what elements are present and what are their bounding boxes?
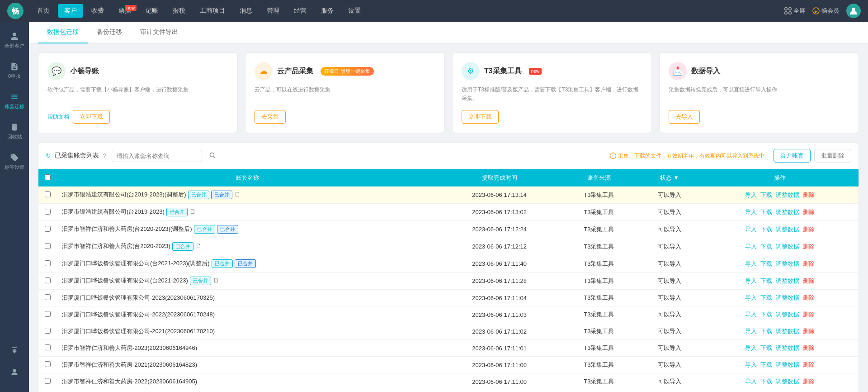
action-删除[interactable]: 删除 [803, 344, 815, 351]
nav-item-client[interactable]: 客户 [58, 4, 83, 18]
row-checkbox[interactable] [45, 209, 51, 215]
file-icon[interactable]: 🗋 [189, 208, 196, 215]
nav-item-home[interactable]: 首页 [31, 4, 56, 18]
row-checkbox[interactable] [45, 294, 51, 300]
action-导入[interactable]: 导入 [745, 311, 757, 318]
action-下载[interactable]: 下载 [760, 260, 772, 267]
action-导入[interactable]: 导入 [745, 277, 757, 284]
nav-item-tax[interactable]: 报税 [166, 4, 192, 18]
action-删除[interactable]: 删除 [803, 328, 815, 335]
action-下载[interactable]: 下载 [760, 277, 772, 284]
go-collect-button[interactable]: 去采集 [255, 110, 286, 124]
file-icon[interactable]: 🗋 [234, 191, 241, 198]
action-导入[interactable]: 导入 [745, 344, 757, 351]
nav-item-operation[interactable]: 经营 [288, 4, 313, 18]
action-导入[interactable]: 导入 [745, 191, 757, 198]
action-删除[interactable]: 删除 [803, 226, 815, 233]
help-doc-link[interactable]: 帮助文档 [47, 113, 69, 121]
download-now-button-t3[interactable]: 立即下载 [462, 110, 499, 124]
row-checkbox[interactable] [45, 344, 51, 350]
action-删除[interactable]: 删除 [803, 311, 815, 318]
action-调整数据[interactable]: 调整数据 [776, 361, 799, 368]
action-下载[interactable]: 下载 [760, 328, 772, 335]
action-下载[interactable]: 下载 [760, 294, 772, 301]
search-input[interactable] [112, 150, 202, 162]
action-调整数据[interactable]: 调整数据 [776, 191, 799, 198]
action-调整数据[interactable]: 调整数据 [776, 294, 799, 301]
action-调整数据[interactable]: 调整数据 [776, 226, 799, 233]
action-导入[interactable]: 导入 [745, 361, 757, 368]
batch-delete-button[interactable]: 批量删除 [814, 149, 851, 163]
sidebar-item-tag-settings[interactable]: 标签设置 [2, 148, 27, 175]
action-删除[interactable]: 删除 [803, 361, 815, 368]
row-checkbox[interactable] [45, 378, 51, 384]
action-下载[interactable]: 下载 [760, 191, 772, 198]
sidebar-item-all-clients[interactable]: 全部客户 [2, 27, 27, 54]
table-header-status[interactable]: 状态 ▼ [637, 169, 702, 186]
row-checkbox[interactable] [45, 260, 51, 266]
action-导入[interactable]: 导入 [745, 328, 757, 335]
action-删除[interactable]: 删除 [803, 277, 815, 284]
download-now-button-xiaochang[interactable]: 立即下载 [73, 110, 110, 124]
sidebar-item-account-transfer[interactable]: 账套迁移 [2, 88, 27, 115]
file-icon[interactable]: 🗋 [195, 242, 202, 249]
search-button[interactable] [208, 150, 217, 162]
user-avatar[interactable] [846, 4, 861, 18]
sidebar-item-download[interactable] [2, 341, 27, 359]
action-导入[interactable]: 导入 [745, 226, 757, 233]
action-调整数据[interactable]: 调整数据 [776, 344, 799, 351]
app-logo[interactable]: 畅 [7, 3, 24, 19]
sidebar-item-profile[interactable] [2, 363, 27, 381]
action-下载[interactable]: 下载 [760, 378, 772, 385]
action-导入[interactable]: 导入 [745, 243, 757, 250]
action-调整数据[interactable]: 调整数据 [776, 311, 799, 318]
action-删除[interactable]: 删除 [803, 243, 815, 250]
action-调整数据[interactable]: 调整数据 [776, 260, 799, 267]
file-icon[interactable]: 🗋 [213, 277, 219, 284]
action-下载[interactable]: 下载 [760, 209, 772, 215]
nav-item-manage[interactable]: 管理 [260, 4, 286, 18]
row-checkbox[interactable] [45, 243, 51, 249]
action-调整数据[interactable]: 调整数据 [776, 209, 799, 215]
row-checkbox[interactable] [45, 226, 51, 232]
row-checkbox[interactable] [45, 311, 51, 317]
vip-button[interactable]: ▶ 畅会员 [812, 7, 839, 15]
action-下载[interactable]: 下载 [760, 344, 772, 351]
row-checkbox[interactable] [45, 277, 51, 283]
select-all-checkbox[interactable] [45, 174, 51, 180]
action-导入[interactable]: 导入 [745, 209, 757, 215]
nav-item-setting[interactable]: 设置 [342, 4, 367, 18]
row-checkbox[interactable] [45, 191, 51, 197]
action-调整数据[interactable]: 调整数据 [776, 378, 799, 385]
action-调整数据[interactable]: 调整数据 [776, 277, 799, 284]
action-下载[interactable]: 下载 [760, 311, 772, 318]
action-删除[interactable]: 删除 [803, 294, 815, 301]
action-删除[interactable]: 删除 [803, 260, 815, 267]
action-下载[interactable]: 下载 [760, 243, 772, 250]
action-删除[interactable]: 删除 [803, 191, 815, 198]
help-icon[interactable]: ? [103, 152, 106, 159]
action-导入[interactable]: 导入 [745, 260, 757, 267]
sidebar-item-zero-report[interactable]: 0申报 [2, 57, 27, 84]
go-import-button[interactable]: 去导入 [669, 110, 700, 124]
row-checkbox[interactable] [45, 328, 51, 334]
sidebar-item-recycle[interactable]: 回收站 [2, 118, 27, 145]
merge-account-button[interactable]: 合并账套 [774, 149, 811, 163]
action-下载[interactable]: 下载 [760, 226, 772, 233]
action-删除[interactable]: 删除 [803, 378, 815, 385]
action-调整数据[interactable]: 调整数据 [776, 243, 799, 250]
tab-audit-export[interactable]: 审计文件导出 [131, 22, 187, 43]
refresh-icon[interactable]: ↻ [46, 152, 51, 159]
fullscreen-button[interactable]: 全屏 [784, 7, 805, 15]
nav-item-business[interactable]: 工商项目 [193, 4, 231, 18]
nav-item-message[interactable]: 消息 [233, 4, 259, 18]
tab-data-migration[interactable]: 数据包迁移 [38, 22, 88, 43]
action-删除[interactable]: 删除 [803, 209, 815, 215]
action-调整数据[interactable]: 调整数据 [776, 328, 799, 335]
tab-backup-migration[interactable]: 备份迁移 [88, 22, 131, 43]
action-导入[interactable]: 导入 [745, 378, 757, 385]
action-下载[interactable]: 下载 [760, 361, 772, 368]
row-checkbox[interactable] [45, 361, 51, 367]
nav-item-bill[interactable]: 票据new [112, 4, 137, 18]
nav-item-fee[interactable]: 收费 [85, 4, 110, 18]
